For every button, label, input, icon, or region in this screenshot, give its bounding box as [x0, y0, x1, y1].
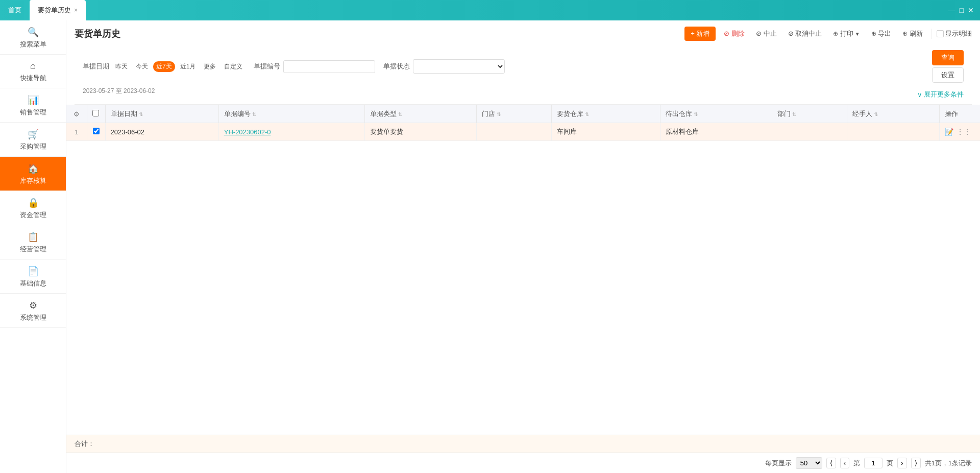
show-detail-label: 显示明细 — [945, 29, 972, 38]
date-filter-group: 单据日期 昨天 今天 近7天 近1月 更多 自定义 — [83, 61, 246, 72]
sidebar-item-purchase-mgmt[interactable]: 🛒 采购管理 — [0, 123, 66, 157]
tab-home[interactable]: 首页 — [0, 0, 30, 20]
req-warehouse-sort-icon[interactable]: ⇅ — [585, 111, 589, 117]
store-sort-icon[interactable]: ⇅ — [497, 111, 501, 117]
data-table: ⚙ 单据日期⇅ 单据编号⇅ 单据类型⇅ — [66, 105, 980, 141]
cell-doc-type: 要货单要货 — [365, 123, 476, 141]
sidebar-item-system-mgmt[interactable]: ⚙ 系统管理 — [0, 294, 66, 328]
sidebar-item-sales-mgmt-label: 销售管理 — [20, 108, 46, 117]
doc-number-input[interactable] — [283, 60, 375, 73]
date-shortcut-today[interactable]: 今天 — [133, 61, 151, 72]
cell-date: 2023-06-02 — [105, 123, 218, 141]
refresh-button[interactable]: ⊕ 刷新 — [899, 27, 926, 40]
date-shortcuts: 昨天 今天 近7天 近1月 更多 自定义 — [112, 61, 246, 72]
docno-sort-icon[interactable]: ⇅ — [252, 111, 256, 117]
page-title: 要货单历史 — [75, 28, 120, 40]
sidebar-item-basic-info[interactable]: 📄 基础信息 — [0, 259, 66, 294]
sidebar-item-sales-mgmt[interactable]: 📊 销售管理 — [0, 88, 66, 123]
close-icon[interactable]: ✕ — [968, 6, 974, 14]
pending-warehouse-sort-icon[interactable]: ⇅ — [694, 111, 698, 117]
minimize-icon[interactable]: — — [948, 6, 955, 14]
tab-history[interactable]: 要货单历史 × — [30, 0, 86, 20]
col-settings: ⚙ — [66, 105, 87, 123]
print-button[interactable]: ⊕ 打印 ▼ — [830, 27, 863, 40]
date-shortcut-last1month[interactable]: 近1月 — [177, 61, 199, 72]
page-size-select[interactable]: 50 10 20 100 — [796, 457, 822, 469]
table-settings-icon[interactable]: ⚙ — [71, 110, 82, 118]
row-checkbox[interactable] — [93, 128, 100, 134]
cell-doc-no: YH-20230602-0 — [218, 123, 365, 141]
tab-home-label: 首页 — [8, 6, 21, 15]
page-label: 第 — [853, 459, 860, 468]
date-shortcut-last7days[interactable]: 近7天 — [153, 61, 175, 72]
table-row: 1 2023-06-02 YH-20230602-0 要货单要货 车间库 原材料… — [66, 123, 980, 141]
doc-no-link[interactable]: YH-20230602-0 — [224, 128, 271, 136]
add-button[interactable]: + 新增 — [684, 27, 716, 41]
last-page-button[interactable]: ⟩ — [911, 458, 921, 468]
page-header: 要货单历史 + 新增 ⊘ 删除 ⊘ 中止 ⊘ 取消中止 ⊕ 打印 ▼ ⊕ 导出 … — [66, 20, 980, 105]
sidebar-item-search-menu[interactable]: 🔍 搜索菜单 — [0, 20, 66, 55]
show-detail-checkbox[interactable] — [937, 30, 944, 37]
cancel-stop-button[interactable]: ⊘ 取消中止 — [785, 27, 825, 40]
sidebar-item-operation-mgmt-label: 经营管理 — [20, 245, 46, 254]
total-info: 共1页，1条记录 — [925, 459, 972, 468]
divider — [931, 29, 932, 39]
sidebar-item-basic-info-label: 基础信息 — [20, 279, 46, 288]
next-page-button[interactable]: › — [897, 458, 906, 468]
handler-sort-icon[interactable]: ⇅ — [874, 111, 878, 117]
page-number-input[interactable] — [864, 458, 883, 468]
cell-req-warehouse: 车间库 — [552, 123, 660, 141]
col-department: 部门⇅ — [772, 105, 847, 123]
cell-handler — [847, 123, 939, 141]
summary-label: 合计： — [75, 439, 94, 448]
sidebar-item-quick-nav-label: 快捷导航 — [20, 74, 46, 83]
col-handler: 经手人⇅ — [847, 105, 939, 123]
quick-nav-icon: ⌂ — [30, 61, 36, 72]
first-page-button[interactable]: ⟨ — [826, 458, 836, 468]
dept-sort-icon[interactable]: ⇅ — [792, 111, 796, 117]
edit-icon[interactable]: 📝 — [945, 128, 953, 136]
purchase-mgmt-icon: 🛒 — [28, 129, 39, 140]
status-select[interactable] — [413, 59, 505, 74]
sidebar-item-operation-mgmt[interactable]: 📋 经营管理 — [0, 225, 66, 259]
more-icon[interactable]: ⋮⋮ — [957, 128, 971, 136]
search-button[interactable]: 查询 — [932, 50, 964, 65]
date-filter-label: 单据日期 — [83, 62, 109, 71]
date-shortcut-custom[interactable]: 自定义 — [221, 61, 246, 72]
sidebar-item-quick-nav[interactable]: ⌂ 快捷导航 — [0, 55, 66, 88]
sidebar-item-finance-mgmt[interactable]: 🔒 资金管理 — [0, 191, 66, 225]
show-detail-toggle[interactable]: 显示明细 — [937, 29, 972, 38]
doctype-sort-icon[interactable]: ⇅ — [398, 111, 402, 117]
export-button[interactable]: ⊕ 导出 — [868, 27, 895, 40]
basic-info-icon: 📄 — [28, 266, 39, 277]
sales-mgmt-icon: 📊 — [28, 94, 39, 106]
tab-history-close[interactable]: × — [74, 7, 78, 14]
col-req-warehouse: 要货仓库⇅ — [552, 105, 660, 123]
table-wrapper: ⚙ 单据日期⇅ 单据编号⇅ 单据类型⇅ — [66, 105, 980, 435]
col-action: 操作 — [939, 105, 980, 123]
operation-mgmt-icon: 📋 — [28, 231, 39, 243]
filter-second-row: 2023-05-27 至 2023-06-02 ∨ 展开更多条件 — [83, 87, 964, 99]
sidebar-item-inventory[interactable]: 🏠 库存核算 — [0, 157, 66, 191]
table-footer: 合计： — [66, 435, 980, 453]
row-number: 1 — [66, 123, 87, 141]
action-icons: 📝 ⋮⋮ — [945, 128, 975, 136]
select-all-checkbox[interactable] — [92, 110, 99, 116]
expand-more-button[interactable]: ∨ 展开更多条件 — [917, 90, 964, 99]
doc-number-filter-group: 单据编号 — [254, 60, 375, 73]
col-store: 门店⇅ — [476, 105, 551, 123]
prev-page-button[interactable]: ‹ — [840, 458, 849, 468]
col-doc-no: 单据编号⇅ — [218, 105, 365, 123]
filter-actions: 查询 设置 — [932, 50, 964, 83]
stop-button[interactable]: ⊘ 中止 — [753, 27, 780, 40]
date-sort-icon[interactable]: ⇅ — [139, 111, 143, 117]
settings-button[interactable]: 设置 — [932, 67, 964, 83]
maximize-icon[interactable]: □ — [960, 6, 964, 14]
date-shortcut-yesterday[interactable]: 昨天 — [112, 61, 131, 72]
status-label: 单据状态 — [383, 62, 410, 71]
sidebar-item-search-menu-label: 搜索菜单 — [20, 40, 46, 49]
filter-row-1: 单据日期 昨天 今天 近7天 近1月 更多 自定义 单据编号 — [83, 50, 964, 83]
delete-button[interactable]: ⊘ 删除 — [721, 27, 748, 40]
status-filter-group: 单据状态 — [383, 59, 505, 74]
date-shortcut-more[interactable]: 更多 — [201, 61, 219, 72]
